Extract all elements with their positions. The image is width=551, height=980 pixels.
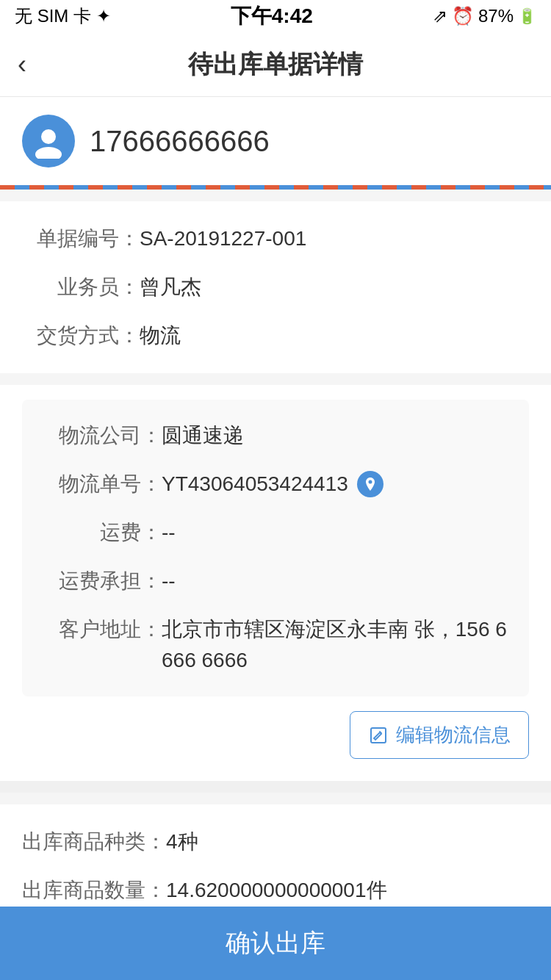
- delivery-label: 交货方式：: [22, 320, 140, 351]
- product-qty-row: 出库商品数量： 14.620000000000001件: [22, 875, 529, 906]
- salesperson-label: 业务员：: [22, 272, 140, 303]
- freight-bear-label: 运费承担：: [44, 566, 162, 597]
- edit-logistics-button[interactable]: 编辑物流信息: [350, 711, 529, 759]
- battery-icon: 🔋: [518, 7, 536, 25]
- battery-level: 87%: [478, 6, 514, 26]
- edit-btn-row: 编辑物流信息: [22, 696, 529, 766]
- logistics-company-row: 物流公司： 圆通速递: [44, 420, 507, 451]
- salesperson-value: 曾凡杰: [140, 272, 529, 303]
- basic-info-section: 单据编号： SA-20191227-001 业务员： 曾凡杰 交货方式： 物流: [0, 201, 551, 373]
- section-separator: [0, 781, 551, 793]
- freight-value: --: [162, 517, 507, 548]
- product-type-row: 出库商品种类： 4种: [22, 826, 529, 857]
- product-type-value: 4种: [166, 826, 529, 857]
- product-type-label: 出库商品种类：: [22, 826, 166, 857]
- tracking-label: 物流单号：: [44, 469, 162, 500]
- status-right: ⇗ ⏰ 87% 🔋: [433, 6, 536, 26]
- logistics-company-label: 物流公司：: [44, 420, 162, 451]
- avatar: [22, 115, 75, 167]
- delivery-row: 交货方式： 物流: [22, 320, 529, 351]
- address-label: 客户地址：: [44, 614, 162, 645]
- user-phone: 17666666666: [90, 125, 270, 158]
- confirm-outbound-button[interactable]: 确认出库: [0, 907, 551, 980]
- back-button[interactable]: ‹: [18, 49, 26, 80]
- nav-bar: ‹ 待出库单据详情: [0, 32, 551, 97]
- freight-bear-row: 运费承担： --: [44, 566, 507, 597]
- order-no-row: 单据编号： SA-20191227-001: [22, 223, 529, 254]
- order-no-label: 单据编号：: [22, 223, 140, 254]
- svg-point-1: [35, 147, 62, 159]
- address-row: 客户地址： 北京市市辖区海淀区永丰南 张，156 6666 6666: [44, 614, 507, 676]
- freight-label: 运费：: [44, 517, 162, 548]
- logistics-section: 物流公司： 圆通速递 物流单号： YT43064053424413 运费： --: [0, 385, 551, 781]
- dashed-divider: [0, 185, 551, 190]
- salesperson-row: 业务员： 曾凡杰: [22, 272, 529, 303]
- product-qty-value: 14.620000000000001件: [166, 875, 529, 906]
- logistics-card: 物流公司： 圆通速递 物流单号： YT43064053424413 运费： --: [22, 400, 529, 696]
- svg-point-0: [41, 129, 56, 144]
- user-header: 17666666666: [0, 97, 551, 185]
- track-location-button[interactable]: [357, 471, 383, 497]
- status-bar: 无 SIM 卡 ✦ 下午4:42 ⇗ ⏰ 87% 🔋: [0, 0, 551, 32]
- order-no-value: SA-20191227-001: [140, 223, 529, 254]
- address-value: 北京市市辖区海淀区永丰南 张，156 6666 6666: [162, 614, 507, 676]
- svg-rect-2: [371, 728, 386, 743]
- alarm-icon: ⏰: [452, 6, 474, 26]
- logistics-company-value: 圆通速递: [162, 420, 507, 451]
- tracking-row: 物流单号： YT43064053424413: [44, 469, 507, 500]
- sim-status: 无 SIM 卡 ✦: [15, 4, 111, 28]
- status-left: 无 SIM 卡 ✦: [15, 4, 111, 28]
- freight-row: 运费： --: [44, 517, 507, 548]
- location-status-icon: ⇗: [433, 6, 447, 26]
- page-title: 待出库单据详情: [188, 48, 363, 82]
- status-time: 下午4:42: [231, 2, 313, 30]
- freight-bear-value: --: [162, 566, 507, 597]
- delivery-value: 物流: [140, 320, 529, 351]
- tracking-value: YT43064053424413: [162, 469, 507, 500]
- product-qty-label: 出库商品数量：: [22, 875, 166, 906]
